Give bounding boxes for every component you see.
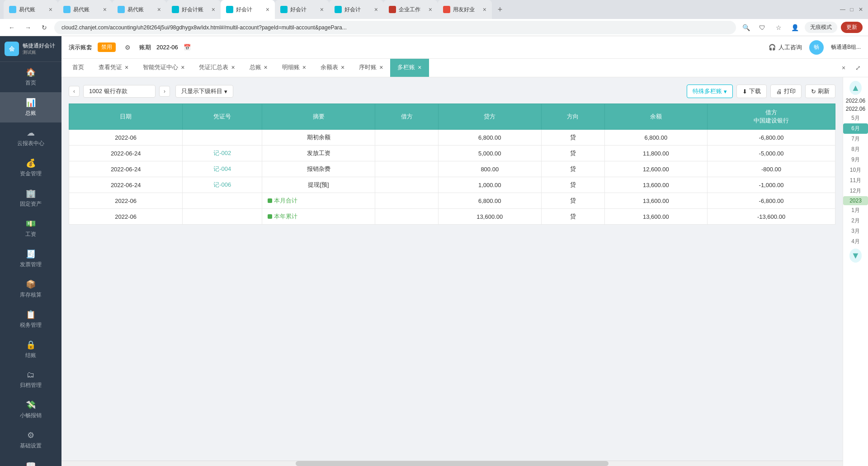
scroll-down-button[interactable]: ▼ [849, 249, 862, 263]
tab-detail-ledger[interactable]: 明细账 × [275, 59, 313, 77]
tab-voucher-summary[interactable]: 凭证汇总表 × [192, 59, 242, 77]
browser-tab-9[interactable]: 用友好业 × [438, 0, 492, 19]
browser-tab-3[interactable]: 易代账 × [112, 0, 166, 19]
sidebar-item-home[interactable]: 🏠 首页 [0, 62, 61, 92]
tab-close-7[interactable]: × [374, 6, 378, 13]
account-code-display[interactable]: 1002 银行存款 [83, 85, 156, 98]
refresh-button[interactable]: ↻ 刷新 [805, 85, 835, 98]
sidebar-item-tax[interactable]: 📋 税务管理 [0, 304, 61, 334]
user-avatar[interactable]: 畅 [809, 40, 824, 55]
tab-multi-column[interactable]: 多栏账 × [390, 59, 429, 77]
archive-icon: 🗂 [27, 370, 35, 380]
tab-close-multi-column[interactable]: × [418, 64, 421, 71]
tab-close-smart-voucher[interactable]: × [181, 64, 184, 71]
download-button[interactable]: ⬇ 下载 [736, 85, 767, 98]
browser-tab-2[interactable]: 易代账 × [58, 0, 112, 19]
month-september[interactable]: 9月 [843, 155, 868, 165]
prev-account-button[interactable]: ‹ [69, 86, 80, 97]
expand-tab-nav-button[interactable]: ⤢ [852, 61, 864, 74]
star-icon[interactable]: ☆ [772, 21, 785, 34]
tab-close-9[interactable]: × [483, 6, 486, 13]
tab-close-general-ledger[interactable]: × [264, 64, 268, 71]
ai-consult-button[interactable]: 🎧 人工咨询 [769, 43, 802, 52]
demo-tag[interactable]: 禁用 [98, 42, 116, 52]
tab-balance-table[interactable]: 余额表 × [313, 59, 352, 77]
url-input[interactable]: cloud2.chanjet.com/accounting/uh26t264j5… [54, 21, 736, 34]
sidebar-item-salary[interactable]: 💵 工资 [0, 213, 61, 244]
multi-column-button[interactable]: 特殊多栏账 ▾ [687, 85, 733, 98]
tab-close-balance[interactable]: × [341, 64, 344, 71]
tab-close-sequence[interactable]: × [379, 64, 383, 71]
user-name[interactable]: 畅通通B组... [831, 43, 861, 51]
close-window-button[interactable]: ✕ [857, 6, 864, 13]
new-tab-button[interactable]: + [494, 3, 506, 16]
tab-home[interactable]: 首页 [65, 59, 91, 77]
minimize-button[interactable]: — [839, 6, 846, 13]
browser-tab-5[interactable]: 好会计 × [221, 0, 275, 19]
maximize-button[interactable]: □ [848, 6, 855, 13]
sidebar-item-closing[interactable]: 🔒 结账 [0, 334, 61, 365]
account-settings-icon[interactable]: ⚙ [121, 41, 134, 54]
collapse-tab-nav-button[interactable]: × [837, 61, 850, 74]
tab-general-ledger[interactable]: 总账 × [242, 59, 275, 77]
tab-close-6[interactable]: × [320, 6, 324, 13]
browser-tab-1[interactable]: 易代账 × [4, 0, 58, 19]
forward-button[interactable]: → [22, 21, 34, 34]
scroll-up-button[interactable]: ▲ [849, 81, 862, 95]
search-icon[interactable]: 🔍 [740, 21, 752, 34]
month-june[interactable]: 6月 [843, 123, 868, 134]
sidebar-item-assets[interactable]: 🏢 固定资产 [0, 183, 61, 213]
horizontal-scrollbar[interactable] [61, 461, 843, 466]
tab-close-5[interactable]: × [266, 6, 269, 13]
tab-smart-voucher[interactable]: 智能凭证中心 × [136, 59, 192, 77]
browser-tab-4[interactable]: 好会计账 × [166, 0, 221, 19]
month-mar-2023[interactable]: 3月 [843, 226, 868, 236]
tab-close-detail-ledger[interactable]: × [302, 64, 306, 71]
back-button[interactable]: ← [5, 21, 18, 34]
filter-sub-accounts-button[interactable]: 只显示下级科目 ▾ [175, 85, 233, 98]
month-december[interactable]: 12月 [843, 186, 868, 196]
sidebar-item-inventory[interactable]: 📦 库存核算 [0, 274, 61, 304]
month-jan-2023[interactable]: 1月 [843, 205, 868, 216]
update-button[interactable]: 更新 [841, 22, 863, 33]
tab-close-1[interactable]: × [49, 6, 52, 13]
tab-close-2[interactable]: × [103, 6, 107, 13]
sidebar-item-cloud-report[interactable]: ☁ 云报表中心 [0, 122, 61, 153]
voucher-link-3[interactable]: 记-006 [213, 181, 231, 188]
sidebar-item-settings[interactable]: ⚙ 基础设置 [0, 425, 61, 455]
month-apr-2023[interactable]: 4月 [843, 236, 868, 247]
next-account-button[interactable]: › [159, 86, 170, 97]
shield-icon[interactable]: 🛡 [756, 21, 769, 34]
month-feb-2023[interactable]: 2月 [843, 216, 868, 226]
tab-close-3[interactable]: × [157, 6, 161, 13]
stealth-mode-button[interactable]: 无痕模式 [805, 22, 837, 33]
calendar-icon[interactable]: 📅 [184, 44, 191, 51]
sidebar-item-invoice[interactable]: 🧾 发票管理 [0, 244, 61, 274]
profile-icon[interactable]: 👤 [788, 21, 801, 34]
browser-tab-7[interactable]: 好会计 × [329, 0, 383, 19]
voucher-link-1[interactable]: 记-002 [213, 150, 231, 156]
date-navigator-panel: ▲ 2022.06 2022.06 5月 6月 7月 8月 9月 10月 11月… [843, 77, 868, 466]
tab-close-view-voucher[interactable]: × [125, 64, 128, 71]
month-october[interactable]: 10月 [843, 165, 868, 175]
month-november[interactable]: 11月 [843, 175, 868, 186]
tab-sequence-ledger[interactable]: 序时账 × [352, 59, 390, 77]
print-button[interactable]: 🖨 打印 [770, 85, 802, 98]
sidebar-item-archive[interactable]: 🗂 归档管理 [0, 365, 61, 395]
voucher-link-2[interactable]: 记-004 [213, 165, 231, 172]
month-july[interactable]: 7月 [843, 134, 868, 144]
sidebar-item-guide[interactable]: 📖 新手引导 [0, 455, 61, 466]
month-may[interactable]: 5月 [843, 113, 868, 123]
tab-close-voucher-summary[interactable]: × [231, 64, 235, 71]
month-august[interactable]: 8月 [843, 144, 868, 155]
browser-tab-8[interactable]: 企业工作 × [383, 0, 438, 19]
refresh-button[interactable]: ↻ [38, 21, 51, 34]
sidebar-item-fund[interactable]: 💰 资金管理 [0, 153, 61, 183]
tab-close-4[interactable]: × [212, 6, 215, 13]
sidebar-item-ledger[interactable]: 📊 总账 [0, 92, 61, 122]
tab-view-voucher[interactable]: 查看凭证 × [91, 59, 136, 77]
tab-close-8[interactable]: × [429, 6, 432, 13]
scrollbar-thumb[interactable] [296, 461, 608, 466]
sidebar-item-expense[interactable]: 💸 小畅报销 [0, 395, 61, 425]
browser-tab-6[interactable]: 好会计 × [275, 0, 329, 19]
